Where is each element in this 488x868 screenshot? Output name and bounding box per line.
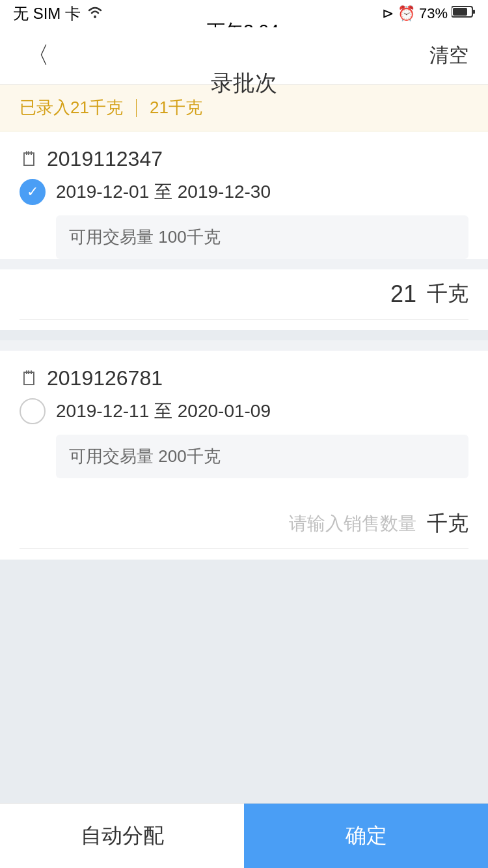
batch-1-quantity-section: 21 千克 xyxy=(0,269,488,330)
back-button[interactable]: 〈 xyxy=(20,33,56,78)
confirm-label: 确定 xyxy=(346,822,387,850)
location-icon: ⊳ xyxy=(382,5,394,22)
batch-2-icon: 🗒 xyxy=(20,368,39,390)
confirm-button[interactable]: 确定 xyxy=(244,804,488,868)
batch-1-id: 2019112347 xyxy=(47,147,163,171)
svg-rect-3 xyxy=(453,8,467,16)
batch-1-quantity-row: 21 千克 xyxy=(0,269,488,319)
status-right: ⊳ ⏰ 73% xyxy=(382,5,475,22)
clear-button[interactable]: 清空 xyxy=(429,42,468,69)
batch-2-header: 🗒 2019126781 xyxy=(20,366,468,390)
gray-background-area xyxy=(0,560,488,839)
recorded-label: 已录入21千克 xyxy=(20,96,123,119)
svg-point-0 xyxy=(94,16,96,18)
batch-2-radio[interactable] xyxy=(20,398,46,424)
bottom-bar: 自动分配 确定 xyxy=(0,803,488,868)
nav-bar: 〈 录批次 清空 xyxy=(0,27,488,85)
batch-1-row: 2019-12-01 至 2019-12-30 xyxy=(20,179,468,205)
auto-distribute-label: 自动分配 xyxy=(81,822,164,850)
batch-2-id: 2019126781 xyxy=(47,366,163,390)
auto-distribute-button[interactable]: 自动分配 xyxy=(0,804,244,868)
batch-2-date: 2019-12-11 至 2020-01-09 xyxy=(56,399,271,424)
wifi-icon xyxy=(86,5,104,23)
batch-item-1: 🗒 2019112347 2019-12-01 至 2019-12-30 可用交… xyxy=(0,131,488,259)
battery-text: 73% xyxy=(419,5,448,22)
batch-2-input-row: 请输入销售数量 千克 xyxy=(0,499,488,549)
batch-1-icon: 🗒 xyxy=(20,148,39,170)
nav-title: 录批次 xyxy=(211,55,277,112)
status-bar: 无 SIM 卡 下午3:04 ⊳ ⏰ 73% xyxy=(0,0,488,27)
svg-rect-2 xyxy=(472,10,475,14)
no-sim-text: 无 SIM 卡 xyxy=(13,3,81,24)
batch-2-row: 2019-12-11 至 2020-01-09 xyxy=(20,398,468,424)
batch-1-available-box: 可用交易量 100千克 xyxy=(56,215,468,259)
alarm-icon: ⏰ xyxy=(398,5,415,22)
section-separator xyxy=(0,330,488,340)
batch-1-date: 2019-12-01 至 2019-12-30 xyxy=(56,180,271,204)
recorded-value: 21千克 xyxy=(150,96,202,119)
batch-item-2: 🗒 2019126781 2019-12-11 至 2020-01-09 可用交… xyxy=(0,351,488,560)
info-divider xyxy=(136,99,137,117)
batch-1-radio[interactable] xyxy=(20,179,46,205)
batch-1-available: 可用交易量 100千克 xyxy=(69,227,221,247)
batch-1-quantity-unit: 千克 xyxy=(427,280,468,308)
batch-1-header: 🗒 2019112347 xyxy=(20,147,468,171)
batch-2-available-box: 可用交易量 200千克 xyxy=(56,435,468,478)
batch-1-quantity-value: 21 xyxy=(390,280,416,308)
batch-2-input-placeholder: 请输入销售数量 xyxy=(289,511,416,536)
status-left: 无 SIM 卡 xyxy=(13,3,104,24)
batch-2-available: 可用交易量 200千克 xyxy=(69,446,221,466)
battery-icon xyxy=(452,5,475,22)
batch-2-input-unit: 千克 xyxy=(427,509,468,538)
